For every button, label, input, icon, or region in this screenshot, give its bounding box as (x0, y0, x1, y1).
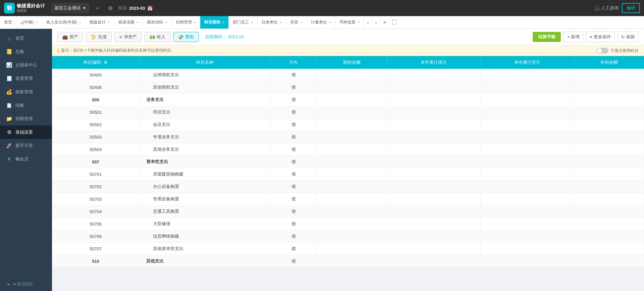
tab-tax[interactable]: 税表清册 × (114, 16, 143, 29)
sidebar-item-home[interactable]: ⌂ 首页 (0, 32, 52, 45)
tab-inventory[interactable]: 存货 × (286, 16, 307, 29)
tab-archive[interactable]: 归档管理 × (172, 16, 200, 29)
tab-balance[interactable]: ¿(中期) × (16, 16, 42, 29)
tab-archive-close[interactable]: × (194, 20, 196, 24)
tab-period-end-close[interactable]: × (165, 20, 167, 24)
tab-prev-button[interactable]: ‹ (364, 16, 372, 29)
tab-template[interactable]: 模版设计 × (86, 16, 114, 29)
tab-subject-init[interactable]: 科目期初 × (200, 16, 229, 29)
table-row[interactable]: 50702办公设备购置借 (52, 181, 644, 193)
sidebar-item-close[interactable]: 📋 结账 (0, 99, 52, 112)
period-value: 2023-03 (129, 6, 145, 11)
sidebar-item-member[interactable]: V 畅会员 (0, 152, 52, 166)
calendar-icon[interactable]: 📅 (147, 6, 153, 11)
cell-ytd-debit (387, 243, 480, 255)
sidebar-collapse-button[interactable]: ◄ ◄ 取消固定 (0, 277, 52, 291)
cell-beg-balance (574, 118, 644, 131)
archive-icon: 📁 (6, 116, 12, 122)
tab-subject-init-close[interactable]: × (222, 20, 224, 24)
table-row[interactable]: 510其他支出借 (52, 255, 644, 268)
cell-beg-balance (574, 255, 644, 268)
table-row[interactable]: 505业务支出借 (52, 94, 644, 106)
tab-partner[interactable]: 往来单位 × (258, 16, 286, 29)
table-row[interactable]: 50704交通工具购置借 (52, 205, 644, 218)
add-tab-button[interactable]: ＋ (93, 3, 102, 13)
table-row[interactable]: 50707其他资本性支出借 (52, 243, 644, 255)
logo-title: 畅捷通好会计 (17, 3, 45, 9)
refresh-button[interactable]: ↻ 刷新 (618, 32, 639, 42)
account-button[interactable]: 会计 (622, 3, 640, 13)
cell-ytd-debit (387, 69, 480, 81)
column-settings-icon[interactable]: ⚙ (104, 60, 108, 65)
tab-currency[interactable]: 币种设置 × (335, 16, 364, 29)
sub-tab-net-assets[interactable]: ≡ 净资产 (114, 32, 142, 42)
table-row[interactable]: 507资本性支出借 (52, 156, 644, 168)
cell-code: 50503 (52, 131, 140, 143)
tab-income[interactable]: 收入支出表(年报) × (42, 16, 86, 29)
cell-beg-balance (574, 131, 644, 143)
project-selector[interactable]: 基层工会测试 ▼ (51, 3, 90, 13)
sidebar-label-archive: 归档管理 (15, 116, 33, 122)
tab-expand-button[interactable]: ⛶ (390, 16, 399, 29)
disabled-toggle[interactable] (596, 48, 608, 54)
sidebar-item-ledger[interactable]: 📒 总账 (0, 45, 52, 58)
cell-code: 50501 (52, 106, 140, 118)
cell-code: 505 (52, 94, 140, 106)
sidebar-item-archive[interactable]: 📁 归档管理 (0, 112, 52, 126)
tab-unit[interactable]: 计量单位 × (307, 16, 335, 29)
sidebar-item-tax[interactable]: 💰 税务管理 (0, 85, 52, 99)
sidebar-label-member: 畅会员 (15, 156, 29, 162)
liabilities-icon: 📜 (91, 35, 96, 40)
refresh-icon: ↻ (621, 35, 625, 40)
tab-unit-close[interactable]: × (329, 20, 331, 24)
tab-dept-close[interactable]: × (251, 20, 253, 24)
tab-inventory-close[interactable]: × (300, 20, 302, 24)
cell-code: 50406 (52, 81, 140, 94)
help-button[interactable]: 🎧 人工咨询 (594, 5, 619, 11)
add-button[interactable]: + 新增 (564, 32, 583, 42)
tab-partner-close[interactable]: × (280, 20, 282, 24)
table-row[interactable]: 50406其他维权支出借 (52, 81, 644, 94)
cell-ytd-credit (481, 218, 574, 230)
sidebar-label-ledger: 总账 (15, 49, 24, 55)
sidebar-item-guide[interactable]: 🚀 新手引导 (0, 139, 52, 152)
sidebar-item-invoice[interactable]: 🧾 发票管理 (0, 72, 52, 85)
table-row[interactable]: 50706信息网络购建借 (52, 230, 644, 243)
tab-home[interactable]: 首页 (0, 16, 16, 29)
table-row[interactable]: 50405运维维权支出借 (52, 69, 644, 81)
cell-ytd-debit (387, 230, 480, 243)
table-row[interactable]: 50703专用设备购置借 (52, 193, 644, 205)
more-actions-button[interactable]: ≡ 更多操作 (586, 32, 615, 42)
table-row[interactable]: 50502会议支出借 (52, 118, 644, 131)
sidebar-item-settings[interactable]: ⚙ 基础设置 (0, 126, 52, 139)
table-row[interactable]: 50701房屋建筑物购建借 (52, 168, 644, 181)
tab-income-close[interactable]: × (79, 20, 81, 24)
sub-tab-liabilities[interactable]: 📜 负债 (86, 32, 112, 42)
settings-icon[interactable]: ⚙ (106, 3, 115, 13)
top-right-area: 🎧 人工咨询 会计 (594, 3, 640, 13)
sub-tab-expenditure[interactable]: 💸 支出 (173, 32, 199, 42)
table-row[interactable]: 50504其他业务支出借 (52, 143, 644, 156)
tab-currency-close[interactable]: × (358, 20, 360, 24)
tab-dept[interactable]: 部门员工 × (229, 16, 257, 29)
tab-next-button[interactable]: › (372, 16, 380, 29)
sub-tab-income[interactable]: 💵 收入 (145, 32, 170, 42)
sidebar-item-reports[interactable]: 📊 云报表中心 (0, 58, 52, 72)
table-row[interactable]: 50501培训支出借 (52, 106, 644, 118)
cell-code: 507 (52, 156, 140, 168)
logo-sub: 旗舰版 (17, 8, 45, 13)
tab-template-close[interactable]: × (108, 20, 110, 24)
cell-ytd-credit (481, 243, 574, 255)
cell-ytd-credit (481, 255, 574, 268)
sub-tab-assets[interactable]: 💼 资产 (57, 32, 83, 42)
tab-tax-close[interactable]: × (137, 20, 139, 24)
tab-balance-close[interactable]: × (36, 20, 38, 24)
calc-balance-button[interactable]: 试算平衡 (533, 32, 561, 42)
cell-ytd-credit (481, 81, 574, 94)
sidebar: ⌂ 首页 📒 总账 📊 云报表中心 🧾 发票管理 💰 税务管理 📋 结账 (0, 29, 52, 291)
tab-close-all-button[interactable]: × (380, 16, 390, 29)
table-row[interactable]: 50705大型修缮借 (52, 218, 644, 230)
collapse-icon: ◄ (6, 282, 10, 287)
tab-period-end[interactable]: 期末结转 × (143, 16, 171, 29)
table-row[interactable]: 50503专项业务支出借 (52, 131, 644, 143)
